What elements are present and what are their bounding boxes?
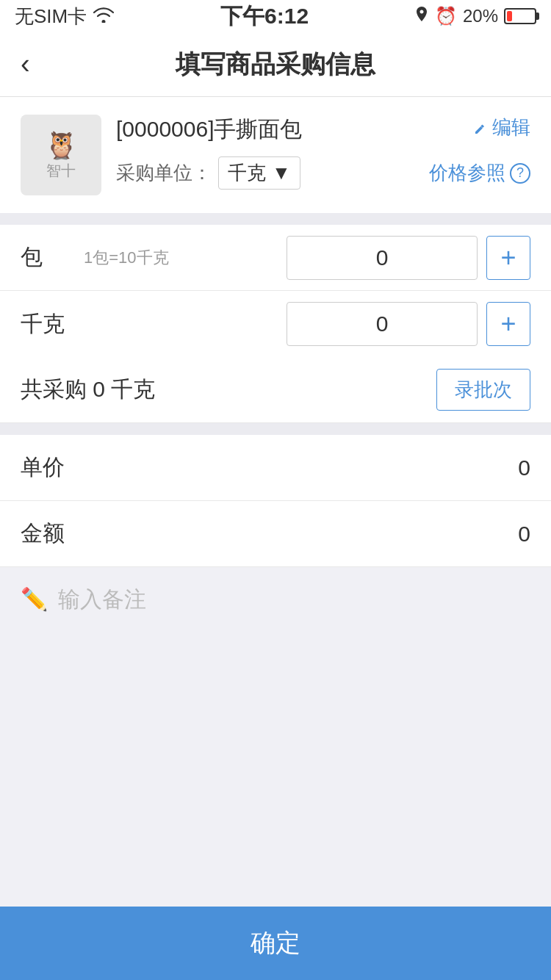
amount-row: 金额 0	[0, 501, 551, 567]
sim-label: 无SIM卡	[15, 4, 87, 29]
unit-value: 千克	[228, 160, 266, 186]
batch-button[interactable]: 录批次	[436, 369, 530, 411]
summary-row: 共采购 0 千克 录批次	[0, 357, 551, 423]
summary-prefix: 共采购	[21, 377, 87, 401]
summary-unit: 千克	[111, 377, 155, 401]
product-card: 🦉 智十 [0000006]手撕面包 编辑 采购单位： 千克 ▼ 价格参照 ?	[0, 97, 551, 213]
content-background	[0, 670, 551, 817]
unit-price-value: 0	[518, 455, 530, 480]
bag-input-right: 0 +	[169, 236, 530, 280]
alarm-icon: ⏰	[435, 6, 457, 26]
confirm-label: 确定	[251, 926, 300, 960]
edit-button[interactable]: 编辑	[473, 115, 530, 140]
bottom-spacer	[0, 817, 551, 890]
bag-input-row: 包 1包=10千克 0 +	[0, 225, 551, 291]
note-placeholder: 输入备注	[58, 585, 146, 615]
bag-sublabel: 1包=10千克	[84, 247, 169, 269]
kg-input-field[interactable]: 0	[287, 302, 478, 346]
divider-2	[0, 423, 551, 435]
unit-price-label: 单价	[21, 453, 65, 483]
price-ref-button[interactable]: 价格参照 ?	[429, 160, 530, 186]
summary-text: 共采购 0 千克	[21, 375, 155, 405]
product-unit-row: 采购单位： 千克 ▼ 价格参照 ?	[116, 156, 530, 190]
product-info-top: [0000006]手撕面包 编辑	[116, 115, 530, 145]
price-section: 单价 0 金额 0	[0, 435, 551, 567]
price-ref-label: 价格参照	[429, 160, 505, 186]
unit-select[interactable]: 千克 ▼	[218, 156, 300, 190]
input-section: 包 1包=10千克 0 + 千克 0 +	[0, 225, 551, 357]
help-icon: ?	[510, 163, 530, 184]
kg-label: 千克	[21, 309, 79, 339]
product-name: [0000006]手撕面包	[116, 115, 302, 145]
product-image: 🦉 智十	[21, 115, 101, 195]
amount-value: 0	[518, 522, 530, 547]
pencil-icon: ✏️	[21, 586, 48, 612]
divider-1	[0, 213, 551, 225]
nav-bar: ‹ 填写商品采购信息	[0, 32, 551, 97]
location-icon	[414, 6, 429, 26]
unit-label: 采购单位：	[116, 162, 212, 184]
confirm-button[interactable]: 确定	[0, 907, 551, 980]
note-section[interactable]: ✏️ 输入备注	[0, 567, 551, 670]
kg-input-right: 0 +	[79, 302, 530, 346]
status-bar: 无SIM卡 下午6:12 ⏰ 20%	[0, 0, 551, 32]
bag-input-field[interactable]: 0	[287, 236, 478, 280]
product-info: [0000006]手撕面包 编辑 采购单位： 千克 ▼ 价格参照 ?	[116, 115, 530, 190]
bag-label: 包	[21, 242, 79, 273]
status-time: 下午6:12	[220, 1, 309, 32]
wifi-icon	[93, 5, 115, 28]
brand-text: 智十	[46, 161, 76, 181]
status-right: ⏰ 20%	[414, 6, 536, 26]
unit-price-row: 单价 0	[0, 435, 551, 501]
page-title: 填写商品采购信息	[176, 48, 375, 82]
unit-label-group: 采购单位： 千克 ▼	[116, 156, 300, 190]
summary-value: 0	[93, 377, 105, 401]
edit-label: 编辑	[492, 115, 530, 140]
status-left: 无SIM卡	[15, 4, 115, 29]
battery-percent: 20%	[463, 6, 498, 26]
kg-plus-button[interactable]: +	[486, 302, 530, 346]
amount-label: 金额	[21, 519, 65, 549]
bag-plus-button[interactable]: +	[486, 236, 530, 280]
battery-icon	[504, 8, 536, 24]
owl-icon: 🦉	[45, 130, 78, 161]
kg-input-row: 千克 0 +	[0, 291, 551, 357]
back-button[interactable]: ‹	[21, 48, 30, 80]
dropdown-arrow: ▼	[272, 162, 291, 184]
